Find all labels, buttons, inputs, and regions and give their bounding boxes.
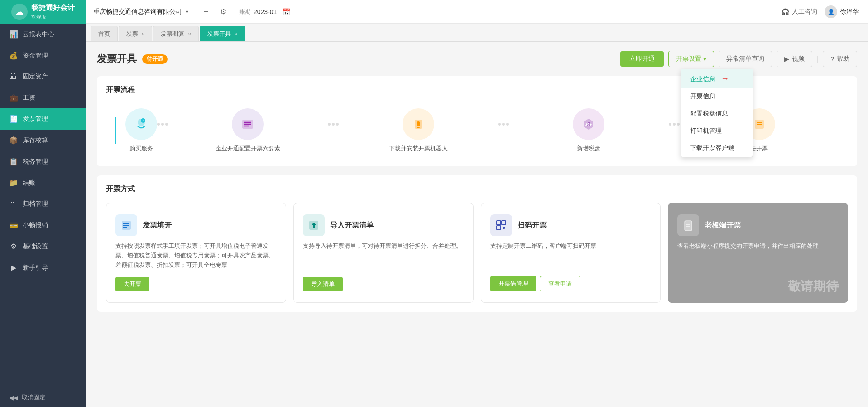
- calendar-icon[interactable]: 📅: [279, 5, 293, 19]
- dropdown-item-company-info[interactable]: 企业信息 →: [681, 69, 753, 88]
- taxdisk-icon: 税+: [573, 108, 604, 140]
- sidebar-item-guide[interactable]: ▶ 新手引导: [0, 257, 86, 278]
- sidebar-item-tax[interactable]: 📋 税务管理: [0, 151, 86, 172]
- download-icon: [403, 108, 434, 140]
- go-invoice-btn[interactable]: 去开票: [115, 277, 149, 291]
- help-icon: ?: [830, 55, 834, 63]
- go-invoice-label: 去开票: [750, 145, 768, 153]
- sidebar-label-guide: 新手引导: [23, 264, 48, 272]
- chevron-down-icon: ▾: [186, 9, 188, 15]
- svg-rect-28: [685, 221, 692, 231]
- period-label: 账期: [239, 8, 251, 16]
- tax-icon: 📋: [9, 157, 18, 166]
- method-section: 开票方式: [97, 175, 857, 312]
- flow-step-buy: + 购买服务: [125, 108, 157, 153]
- config-label: 企业开通配置开票六要素: [216, 145, 280, 153]
- sidebar-item-invoice-mgmt[interactable]: 🧾 发票管理: [0, 108, 86, 130]
- user-name: 徐泽华: [840, 8, 859, 16]
- help-label: 帮助: [837, 55, 849, 63]
- tab-invoice-open-close[interactable]: ×: [235, 31, 237, 37]
- import-invoice-desc: 支持导入待开票清单，可对待开票清单进行拆分、合并处理。: [303, 242, 464, 270]
- sidebar-item-cloud-report[interactable]: 📊 云报表中心: [0, 24, 86, 45]
- open-btn[interactable]: 立即开通: [620, 51, 664, 67]
- logo-icon: ☁: [11, 4, 28, 20]
- sidebar-item-settle[interactable]: 📁 结账: [0, 172, 86, 194]
- buy-service-icon: +: [125, 108, 157, 140]
- dropdown-item-invoice-info[interactable]: 开票信息: [681, 88, 753, 105]
- tab-home[interactable]: 首页: [91, 26, 118, 41]
- sidebar-label-fixed-assets: 固定资产: [23, 73, 48, 81]
- qrcode-mgmt-btn[interactable]: 开票码管理: [490, 276, 536, 291]
- sidebar-label-archive: 归档管理: [23, 200, 48, 208]
- cancel-pin-label: 取消固定: [22, 393, 45, 402]
- boss-invoice-desc: 查看老板端小程序提交的开票申请，并作出相应的处理: [677, 242, 839, 284]
- inventory-icon: 📦: [9, 136, 18, 145]
- sidebar-item-settings[interactable]: ⚙ 基础设置: [0, 236, 86, 257]
- sidebar-label-tax: 税务管理: [23, 158, 48, 166]
- method-header-fill: 发票填开: [115, 214, 277, 236]
- video-btn[interactable]: ▶ 视频: [777, 51, 812, 67]
- svg-rect-24: [497, 221, 501, 225]
- add-button[interactable]: ＋: [199, 5, 213, 19]
- content-area: 首页 发票 × 发票测算 × 发票开具 × 发票开具: [86, 24, 868, 407]
- user-button[interactable]: 👤 徐泽华: [825, 5, 859, 18]
- sidebar-item-fixed-assets[interactable]: 🏛 固定资产: [0, 66, 86, 87]
- settings-btn-label: 开票设置: [676, 55, 701, 63]
- company-selector[interactable]: 重庆畅捷交通信息咨询有限公司 ▾: [86, 8, 196, 16]
- dropdown-label-tax-disk: 配置税盘信息: [690, 110, 728, 117]
- sidebar-item-inventory[interactable]: 📦 库存核算: [0, 130, 86, 151]
- dropdown-item-tax-disk[interactable]: 配置税盘信息: [681, 105, 753, 122]
- sidebar-label-fund: 资金管理: [23, 52, 48, 60]
- tab-invoice-open[interactable]: 发票开具 ×: [200, 26, 245, 41]
- method-header-import: 导入开票清单: [303, 214, 464, 236]
- tab-bar: 首页 发票 × 发票测算 × 发票开具 ×: [86, 24, 868, 42]
- config-icon: [232, 108, 264, 140]
- tab-invoice-calc-close[interactable]: ×: [188, 31, 191, 37]
- taxdisk-label: 新增税盘: [577, 145, 600, 153]
- tab-invoice-calc-label: 发票测算: [161, 30, 184, 38]
- fixed-assets-icon: 🏛: [9, 73, 18, 81]
- guide-icon: ▶: [9, 263, 18, 272]
- tab-invoice-close[interactable]: ×: [142, 31, 144, 37]
- view-apply-btn[interactable]: 查看申请: [540, 276, 580, 291]
- settings-btn[interactable]: 开票设置 ▾: [668, 51, 714, 67]
- dropdown-label-printer: 打印机管理: [690, 127, 722, 134]
- sidebar-label-expense: 小畅报销: [23, 221, 48, 229]
- dropdown-menu: 企业信息 → 开票信息 配置税盘信息 打印机管理: [681, 69, 753, 157]
- service-label: 人工咨询: [792, 8, 817, 16]
- cancel-pin-button[interactable]: ◀◀ 取消固定: [0, 388, 86, 407]
- tab-invoice[interactable]: 发票 ×: [119, 26, 152, 41]
- sidebar-item-salary[interactable]: 💼 工资: [0, 87, 86, 108]
- settings-icon-btn[interactable]: ⚙: [216, 5, 230, 19]
- logo-area: ☁ 畅捷通好会计 旗舰版: [0, 0, 86, 24]
- svg-text:税+: 税+: [585, 122, 592, 127]
- exception-btn[interactable]: 异常清单查询: [719, 51, 772, 67]
- sidebar-label-inventory: 库存核算: [23, 136, 48, 145]
- page-content: 发票开具 待开通 立即开通 开票设置 ▾ 异常清单查询 ▶: [86, 42, 868, 407]
- avatar: 👤: [825, 5, 837, 18]
- dropdown-item-printer[interactable]: 打印机管理: [681, 122, 753, 140]
- import-list-btn[interactable]: 导入清单: [303, 277, 343, 291]
- service-button[interactable]: 🎧 人工咨询: [782, 8, 817, 16]
- help-btn[interactable]: ? 帮助: [823, 51, 857, 67]
- settings-icon: ⚙: [9, 242, 18, 251]
- sidebar-label-salary: 工资: [23, 94, 35, 102]
- step-dots-2: [328, 123, 339, 126]
- sidebar-item-archive[interactable]: 🗂 归档管理: [0, 194, 86, 214]
- play-icon: ▶: [784, 55, 789, 63]
- buy-service-label: 购买服务: [129, 145, 153, 153]
- import-invoice-title: 导入开票清单: [330, 221, 374, 230]
- page-actions: 立即开通 开票设置 ▾ 异常清单查询 ▶ 视频 |: [620, 51, 857, 67]
- sidebar-label-cloud-report: 云报表中心: [23, 30, 54, 39]
- sidebar-label-invoice-mgmt: 发票管理: [23, 115, 48, 123]
- method-section-title: 开票方式: [106, 184, 848, 194]
- sidebar-item-expense[interactable]: 💳 小畅报销: [0, 214, 86, 236]
- svg-rect-26: [497, 226, 501, 230]
- scan-invoice-desc: 支持定制开票二维码，客户端可扫码开票: [490, 242, 652, 269]
- tab-invoice-calc[interactable]: 发票测算 ×: [153, 26, 198, 41]
- settle-icon: 📁: [9, 179, 18, 187]
- sidebar-item-fund[interactable]: 💰 资金管理: [0, 45, 86, 66]
- exception-btn-label: 异常清单查询: [726, 55, 764, 63]
- tab-invoice-open-label: 发票开具: [207, 30, 231, 38]
- dropdown-item-download-client[interactable]: 下载开票客户端: [681, 140, 753, 157]
